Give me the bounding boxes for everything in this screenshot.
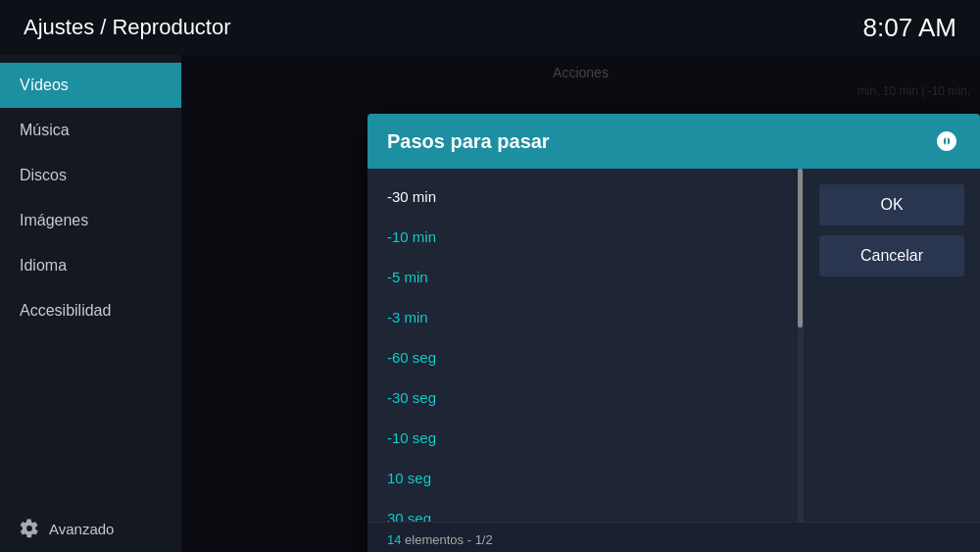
list-item[interactable]: -10 min	[368, 217, 803, 257]
sidebar-item-accesibilidad[interactable]: Accesibilidad	[0, 288, 181, 333]
scrollbar-thumb[interactable]	[798, 169, 803, 327]
modal-close-button[interactable]	[933, 127, 960, 155]
sidebar-item-idioma[interactable]: Idioma	[0, 243, 181, 288]
sidebar-item-musica[interactable]: Música	[0, 108, 181, 153]
sidebar: Vídeos Música Discos Imágenes Idioma Acc…	[0, 55, 181, 552]
cancel-button[interactable]: Cancelar	[819, 235, 964, 276]
list-footer: 14 elementos - 1/2	[368, 522, 980, 552]
page-title: Ajustes / Reproductor	[24, 15, 231, 40]
pagination: 1/2	[475, 532, 493, 547]
list-item[interactable]: 10 seg	[368, 458, 803, 498]
modal-dialog: Pasos para pasar -30 min	[368, 114, 980, 552]
sidebar-item-discos[interactable]: Discos	[0, 153, 181, 198]
main-content: Acciones min, 10 min | -10 min, 750 ms ▲…	[181, 55, 980, 552]
header: Ajustes / Reproductor 8:07 AM	[0, 0, 980, 55]
list-item[interactable]: -5 min	[368, 257, 803, 297]
gear-icon	[20, 519, 39, 538]
advanced-label: Avanzado	[49, 521, 114, 537]
scrollbar-track	[798, 169, 803, 522]
ok-button[interactable]: OK	[819, 184, 964, 226]
list-item[interactable]: -10 seg	[368, 418, 803, 458]
modal-buttons-panel: OK Cancelar	[804, 169, 980, 522]
item-count: 14	[387, 532, 401, 547]
list-item[interactable]: -30 seg	[368, 377, 803, 418]
modal-header: Pasos para pasar	[368, 114, 980, 169]
sidebar-item-videos[interactable]: Vídeos	[0, 63, 181, 108]
list-item[interactable]: -30 min	[368, 176, 803, 217]
list-item[interactable]: -60 seg	[368, 337, 803, 377]
step-list[interactable]: -30 min -10 min -5 min -3 min -60 seg	[368, 169, 804, 522]
modal-body: -30 min -10 min -5 min -3 min -60 seg	[368, 169, 980, 522]
sidebar-item-advanced[interactable]: Avanzado	[0, 505, 181, 552]
list-item[interactable]: 30 seg	[368, 498, 803, 522]
kodi-logo-icon	[935, 129, 958, 153]
list-item[interactable]: -3 min	[368, 297, 803, 337]
main-layout: Vídeos Música Discos Imágenes Idioma Acc…	[0, 55, 980, 552]
modal-title: Pasos para pasar	[387, 130, 550, 153]
clock: 8:07 AM	[863, 13, 956, 43]
modal-overlay: Pasos para pasar -30 min	[181, 55, 980, 552]
sidebar-item-imagenes[interactable]: Imágenes	[0, 198, 181, 243]
